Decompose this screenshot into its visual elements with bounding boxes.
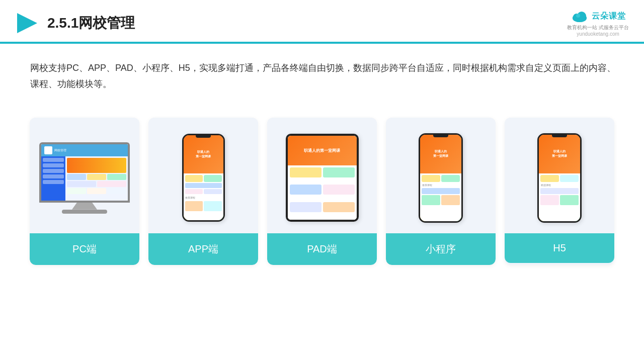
pad-tablet: 职通人的第一堂网课 — [286, 134, 359, 222]
svg-marker-0 — [17, 13, 37, 33]
monitor-base — [62, 210, 107, 214]
cloud-icon — [571, 9, 589, 23]
logo-sub: 教育机构一站 式服务云平台 — [567, 24, 629, 31]
monitor-stand — [72, 203, 97, 210]
monitor-screen: 网校管理 — [39, 142, 130, 203]
header-left: 2.5.1网校管理 — [15, 11, 135, 35]
card-h5: 职通人的第一堂网课 精选课程 — [505, 118, 614, 265]
card-pad-label: PAD端 — [267, 233, 377, 265]
header-divider — [0, 42, 644, 43]
card-pc-label: PC端 — [30, 233, 139, 265]
logo-url: yunduoketang.com — [577, 31, 619, 37]
card-h5-label: H5 — [505, 233, 614, 263]
cards-area: 网校管理 — [0, 103, 644, 275]
play-icon — [15, 11, 39, 35]
page-title: 2.5.1网校管理 — [47, 14, 135, 33]
description-text: 网校支持PC、APP、PAD、小程序、H5，实现多端打通，产品各终端自由切换，数… — [30, 63, 616, 89]
logo-area: 云朵课堂 教育机构一站 式服务云平台 yunduoketang.com — [567, 9, 629, 37]
card-app-label: APP端 — [148, 233, 258, 265]
svg-point-5 — [576, 14, 580, 18]
card-pc-image: 网校管理 — [30, 118, 139, 233]
h5-phone: 职通人的第一堂网课 精选课程 — [537, 133, 582, 223]
header: 2.5.1网校管理 云朵课堂 教育机构一站 式服务云平台 yunduoketan… — [0, 0, 644, 44]
card-pad: 职通人的第一堂网课 PAD端 — [267, 118, 377, 265]
app-phone: 职通人的第一堂网课 推荐课 — [182, 134, 225, 222]
pc-monitor: 网校管理 — [37, 142, 132, 214]
card-app-image: 职通人的第一堂网课 推荐课 — [148, 118, 258, 233]
card-pad-image: 职通人的第一堂网课 — [267, 118, 377, 233]
card-h5-image: 职通人的第一堂网课 精选课程 — [505, 118, 614, 233]
miniprogram-phone: 职通人的第一堂网课 推荐课程 — [419, 133, 463, 223]
card-miniprogram: 职通人的第一堂网课 推荐课程 — [386, 118, 496, 265]
card-pc: 网校管理 — [30, 118, 139, 265]
card-miniprogram-image: 职通人的第一堂网课 推荐课程 — [386, 118, 496, 233]
card-miniprogram-label: 小程序 — [386, 233, 496, 265]
card-app: 职通人的第一堂网课 推荐课 — [148, 118, 258, 265]
logo-cloud: 云朵课堂 — [571, 9, 626, 23]
logo-text: 云朵课堂 — [592, 11, 626, 22]
description: 网校支持PC、APP、PAD、小程序、H5，实现多端打通，产品各终端自由切换，数… — [0, 44, 644, 98]
